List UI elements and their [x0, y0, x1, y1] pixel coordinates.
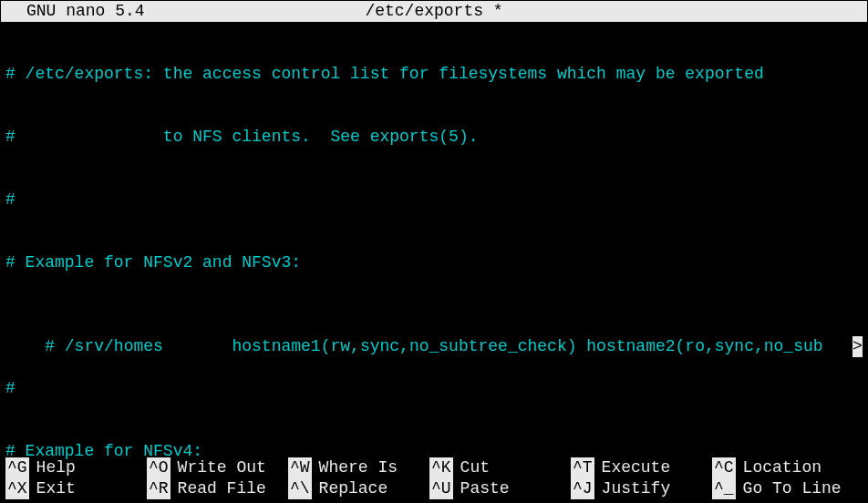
help-item-location[interactable]: ^CLocation	[712, 457, 853, 478]
editor-line: # Example for NFSv2 and NFSv3:	[5, 252, 863, 273]
help-item-whereis[interactable]: ^WWhere Is	[288, 457, 429, 478]
help-item-cut[interactable]: ^KCut	[429, 457, 571, 478]
help-item-justify[interactable]: ^JJustify	[571, 478, 712, 499]
line-continuation-icon: >	[852, 336, 863, 357]
editor-line: # /etc/exports: the access control list …	[5, 64, 863, 85]
app-name: GNU nano 5.4	[26, 1, 145, 22]
help-item-gotoline[interactable]: ^_Go To Line	[712, 478, 853, 499]
editor-line: # /srv/homes hostname1(rw,sync,no_subtre…	[5, 315, 863, 336]
file-path: /etc/exports *	[365, 1, 502, 22]
help-item-replace[interactable]: ^\Replace	[288, 478, 429, 499]
help-row-1: ^GHelp ^OWrite Out ^WWhere Is ^KCut ^TEx…	[5, 457, 863, 478]
help-item-paste[interactable]: ^UPaste	[429, 478, 571, 499]
help-item-writeout[interactable]: ^OWrite Out	[147, 457, 288, 478]
help-item-exit[interactable]: ^XExit	[5, 478, 147, 499]
titlebar: GNU nano 5.4 /etc/exports *	[1, 1, 867, 22]
help-row-2: ^XExit ^RRead File ^\Replace ^UPaste ^JJ…	[5, 478, 863, 499]
help-item-help[interactable]: ^GHelp	[5, 457, 147, 478]
editor-line: #	[5, 378, 863, 399]
help-item-execute[interactable]: ^TExecute	[571, 457, 712, 478]
editor-line: #	[5, 190, 863, 210]
help-item-readfile[interactable]: ^RRead File	[147, 478, 288, 499]
editor-area[interactable]: # /etc/exports: the access control list …	[1, 22, 867, 503]
editor-line: # to NFS clients. See exports(5).	[5, 127, 863, 148]
help-bar: ^GHelp ^OWrite Out ^WWhere Is ^KCut ^TEx…	[1, 457, 867, 499]
